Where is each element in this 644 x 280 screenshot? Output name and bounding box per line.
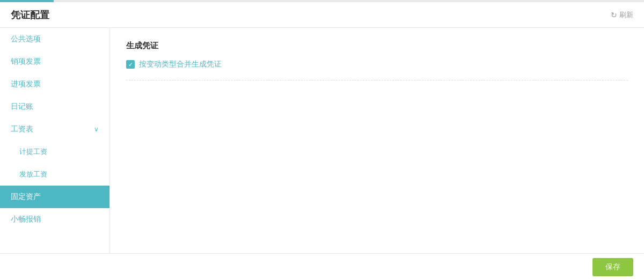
- merge-by-type-checkbox[interactable]: [126, 60, 135, 69]
- refresh-icon: ↻: [611, 11, 617, 19]
- sidebar: 公共选项 销项发票 进项发票 日记账 工资表 ∨ 计提工资 发放工资 固定资: [0, 28, 110, 253]
- checkbox-row: 按变动类型合并生成凭证: [126, 60, 628, 69]
- sidebar-item-purchase-invoice[interactable]: 进项发票: [0, 73, 109, 95]
- sidebar-item-label: 固定资产: [11, 192, 41, 202]
- sidebar-item-payroll-distribution[interactable]: 发放工资: [0, 163, 109, 186]
- header: 凭证配置 ↻ 刷新: [0, 2, 644, 28]
- sidebar-item-fixed-assets[interactable]: 固定资产: [0, 186, 109, 208]
- footer: 保存: [0, 253, 644, 280]
- sidebar-item-petty-cash[interactable]: 小畅报销: [0, 208, 109, 231]
- sidebar-item-label: 小畅报销: [11, 215, 41, 224]
- section-divider: [126, 80, 628, 80]
- refresh-button[interactable]: ↻ 刷新: [611, 10, 633, 20]
- sidebar-item-label: 发放工资: [19, 170, 47, 179]
- page-container: 凭证配置 ↻ 刷新 公共选项 销项发票 进项发票 日记账 工资表 ∨: [0, 0, 644, 280]
- sidebar-item-journal[interactable]: 日记账: [0, 95, 109, 118]
- sidebar-item-public-options[interactable]: 公共选项: [0, 28, 109, 50]
- body: 公共选项 销项发票 进项发票 日记账 工资表 ∨ 计提工资 发放工资 固定资: [0, 28, 644, 253]
- sidebar-item-label: 公共选项: [11, 34, 41, 44]
- sidebar-item-label: 工资表: [11, 124, 33, 134]
- save-button[interactable]: 保存: [592, 258, 633, 276]
- sidebar-item-label: 计提工资: [19, 147, 47, 157]
- sidebar-item-payroll-table[interactable]: 工资表 ∨: [0, 118, 109, 141]
- sidebar-item-label: 进项发票: [11, 79, 41, 89]
- refresh-label: 刷新: [619, 10, 633, 20]
- top-tab-bar-active: [0, 0, 54, 2]
- checkbox-label[interactable]: 按变动类型合并生成凭证: [139, 60, 222, 69]
- top-tab-bar: [0, 0, 644, 2]
- sidebar-item-label: 销项发票: [11, 57, 41, 67]
- main-content: 生成凭证 按变动类型合并生成凭证: [110, 28, 644, 253]
- sidebar-item-payroll-provision[interactable]: 计提工资: [0, 141, 109, 163]
- sidebar-item-sales-invoice[interactable]: 销项发票: [0, 50, 109, 73]
- sidebar-item-label: 日记账: [11, 102, 33, 112]
- page-title: 凭证配置: [11, 9, 49, 21]
- section-title: 生成凭证: [126, 41, 628, 51]
- chevron-down-icon: ∨: [94, 126, 99, 133]
